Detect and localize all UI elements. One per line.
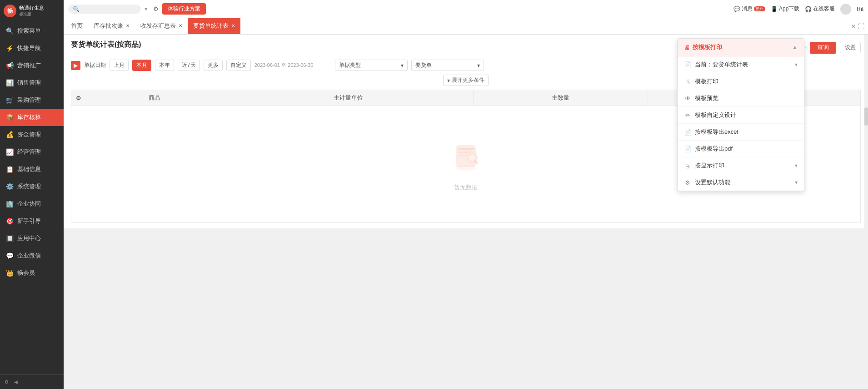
current-arrow-icon: ▾ [795,61,798,68]
require-goods-label: 要货单 [415,61,432,69]
tab-order-close[interactable]: ✕ [231,23,235,28]
current-icon: 📄 [684,61,691,68]
online-service-btn[interactable]: 🎧 在线客服 [805,5,835,13]
tab-receipt-close[interactable]: ✕ [179,23,182,28]
sidebar-item-member[interactable]: 👑 畅会员 [0,264,64,282]
operation-icon: 📈 [5,148,14,156]
filter-toggle-btn[interactable]: ▶ [71,61,80,70]
sidebar-item-enterprise[interactable]: 🏢 企业协同 [0,195,64,212]
sidebar-collapse-icon[interactable]: ◀ [13,379,19,385]
print-dropdown-header[interactable]: 🖨 按模板打印 ▲ [678,39,804,56]
sidebar-item-label: 经营管理 [17,148,41,156]
tab-batch-close[interactable]: ✕ [126,23,130,28]
sidebar-item-search[interactable]: 🔍 搜索菜单 [0,22,64,40]
logo-icon: 畅 [4,5,16,17]
dropdown-close-arrow[interactable]: ▲ [792,44,798,51]
sidebar-item-finance[interactable]: 💰 资金管理 [0,126,64,143]
tab-order-label: 要货单统计表 [193,22,229,30]
print-menu-template-print[interactable]: 🖨 模板打印 [678,73,804,90]
date-btn-custom[interactable]: 自定义 [226,60,251,71]
date-range: 2023-06-01 至 2023-06-30 [254,62,314,69]
sidebar-item-newbie[interactable]: 🎯 新手引导 [0,212,64,230]
user-avatar[interactable] [840,4,851,15]
tab-maximize[interactable]: ⛶ [858,23,864,30]
sidebar-item-operation[interactable]: 📈 经营管理 [0,143,64,161]
purchase-icon: 🛒 [5,96,14,104]
sidebar-settings-icon[interactable]: ⚙ [4,379,10,385]
date-btn-this-year[interactable]: 本年 [155,60,174,71]
table-col-unit: 主计量单位 [223,90,474,106]
scrollbar-thumb[interactable] [864,107,868,126]
enterprise-icon: 🏢 [5,200,14,207]
tab-batch-account[interactable]: 库存批次账 ✕ [88,18,135,34]
header-search[interactable]: 🔍 [68,5,141,14]
finance-icon: 💰 [5,131,14,138]
print-menu-template-preview[interactable]: 👁 模板预览 [678,90,804,107]
order-type-select[interactable]: 单据类型 ▾ [335,60,408,71]
newbie-icon: 🎯 [5,217,14,225]
trial-btn[interactable]: 体验行业方案 [162,3,206,15]
scrollbar[interactable] [864,35,868,389]
tab-home[interactable]: 首页 [65,18,88,34]
query-btn[interactable]: 查询 [810,42,836,54]
date-btn-this-month[interactable]: 本月 [132,60,151,71]
sidebar-item-basic[interactable]: 📋 基础信息 [0,161,64,178]
default-func-icon: ⚙ [684,179,691,186]
tab-batch-label: 库存批次账 [94,22,123,30]
settings-btn[interactable]: 设置 [840,42,861,53]
sidebar-item-appcenter[interactable]: 🔲 应用中心 [0,230,64,247]
template-custom-icon: ✏ [684,112,691,119]
sidebar-item-sales[interactable]: 📊 销售管理 [0,74,64,91]
sidebar-item-purchase[interactable]: 🛒 采购管理 [0,91,64,109]
sidebar-item-label: 企业协同 [17,200,41,208]
search-icon: 🔍 [73,6,80,12]
sidebar-nav: 🔍 搜索菜单 ⚡ 快捷导航 📢 营销推广 📊 销售管理 🛒 采购管理 📦 库存核… [0,22,64,374]
system-icon: ⚙️ [5,183,14,190]
sidebar-item-quick-nav[interactable]: ⚡ 快捷导航 [0,40,64,57]
sidebar-item-wechat[interactable]: 💬 企业微信 [0,247,64,264]
app-download-btn[interactable]: 📱 App下载 [771,5,799,13]
print-menu-current[interactable]: 📄 当前：要货单统计表 ▾ [678,56,804,73]
page-content: 要货单统计表(按商品) 🖨 按模板打印 ▲ ↑ 导出 ↻ 刷新 [64,35,868,389]
template-preview-label: 模板预览 [695,94,718,102]
tab-receipt-summary[interactable]: 收发存汇总表 ✕ [135,18,188,34]
date-btn-last-month[interactable]: 上月 [110,60,129,71]
sidebar-item-marketing[interactable]: 📢 营销推广 [0,57,64,74]
tab-bar: 首页 库存批次账 ✕ 收发存汇总表 ✕ 要货单统计表 ✕ ✕ ⛶ [64,18,868,35]
print-menu-export-pdf[interactable]: 📄 按模板导出pdf [678,141,804,157]
expand-more-btn[interactable]: ▾ 展开更多条件 [443,75,489,86]
top-header: 🔍 ▾ ⚙ 体验行业方案 💬 消息 99+ 📱 App下载 🎧 在线客服 Rit [64,0,868,18]
sales-icon: 📊 [5,79,14,86]
tab-close-all[interactable]: ✕ [851,23,856,30]
header-actions: 💬 消息 99+ 📱 App下载 🎧 在线客服 Rit [733,4,863,15]
sidebar-item-label: 采购管理 [17,96,41,104]
print-menu-default-func[interactable]: ⚙ 设置默认功能 ▾ [678,174,804,191]
table-settings-icon: ⚙ [76,95,81,101]
header-dropdown-icon[interactable]: ▾ [145,5,148,12]
print-menu-export-excel[interactable]: 📄 按模板导出excel [678,124,804,141]
print-menu-template-custom[interactable]: ✏ 模板自定义设计 [678,107,804,124]
sidebar-item-label: 搜索菜单 [17,27,41,35]
app-badge: 标准版 [19,11,44,17]
table-col-settings[interactable]: ⚙ [71,90,86,106]
template-custom-label: 模板自定义设计 [695,111,736,119]
wechat-icon: 💬 [5,252,14,259]
default-func-arrow: ▾ [795,179,798,186]
expand-icon: ▾ [447,77,450,84]
message-btn[interactable]: 💬 消息 99+ [733,5,765,13]
user-name: Rit [857,6,863,12]
require-goods-select[interactable]: 要货单 ▾ [411,60,484,71]
header-settings-icon[interactable]: ⚙ [153,5,159,12]
select-arrow-icon: ▾ [401,62,404,69]
message-badge: 99+ [754,6,765,11]
export-excel-icon: 📄 [684,129,691,136]
date-btn-more[interactable]: 更多 [204,60,223,71]
date-btn-7days[interactable]: 近7天 [178,60,200,71]
search-icon: 🔍 [5,27,14,35]
svg-rect-2 [458,148,474,150]
tab-order-summary[interactable]: 要货单统计表 ✕ [188,18,240,34]
sidebar-item-inventory[interactable]: 📦 库存核算 [0,109,64,126]
tab-resize-area: ✕ ⛶ [847,18,868,34]
sidebar-item-system[interactable]: ⚙️ 系统管理 [0,178,64,195]
print-menu-display-print[interactable]: 🖨 按显示打印 ▾ [678,157,804,174]
